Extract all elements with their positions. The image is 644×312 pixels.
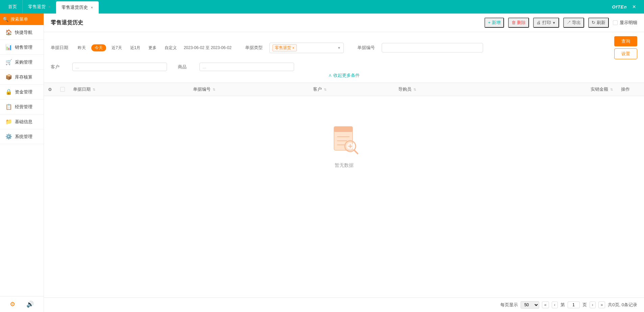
next-page-btn[interactable]: › [590,302,596,308]
show-detail-label: 显示明细 [620,20,637,26]
date-btn-more[interactable]: 更多 [146,44,159,51]
table-header-row: ⚙ 单据日期 ⇅ 单据编号 ⇅ [44,83,644,96]
show-detail-checkbox[interactable] [613,20,618,25]
settings-btn[interactable]: ⚙ [10,300,15,308]
date-label: 单据日期 [51,45,70,51]
sidebar-item-operations[interactable]: 📋 经营管理 [0,99,44,114]
settings-icon[interactable]: ⚙ [48,87,52,92]
content-area: 零售退货历史 + 新增 🗑 删除 🖨 打印 ▼ ↗ 导出 ↻ 刷新 [44,14,644,312]
sidebar-item-finance-label: 资金管理 [15,89,32,95]
table-area: ⚙ 单据日期 ⇅ 单据编号 ⇅ [44,83,644,297]
last-page-btn[interactable]: » [598,302,605,308]
customer-sort-icon: ⇅ [324,88,327,91]
basic-info-icon: 📁 [5,118,12,125]
filter-right-buttons: 查询 设置 [614,36,637,59]
filter-area: 单据日期 昨天 今天 近7天 近1月 更多 自定义 2023-06-02 至 2… [44,32,644,83]
th-amount[interactable]: 实销金额 ⇅ [497,83,617,96]
tab-retail-return-history-label: 零售退货历史 [62,4,88,10]
sidebar-bottom: ⚙ 🔊 [0,296,44,312]
type-chevron-icon: ▼ [337,46,341,50]
sidebar-item-operations-label: 经营管理 [15,104,32,110]
quick-nav-icon: 🏠 [5,29,12,36]
empty-text: 暂无数据 [335,162,354,169]
th-settings[interactable]: ⚙ [44,83,56,96]
collapse-label: ∧ 收起更多条件 [328,72,360,79]
export-button[interactable]: ↗ 导出 [563,18,585,28]
search-icon: 🔍 [3,17,8,22]
sales-mgmt-icon: 📊 [5,44,12,50]
sidebar-item-purchase-mgmt[interactable]: 🛒 采购管理 [0,55,44,70]
main-layout: 🔍 搜索菜单 🏠 快捷导航 📊 销售管理 🛒 采购管理 📦 库存核算 🔒 资金管… [0,14,644,312]
date-range-display: 2023-06-02 至 2023-06-02 [184,45,231,51]
top-bar: 首页 零售退货 × 零售退货历史 × OfTEn × [0,0,644,14]
select-all-checkbox[interactable] [60,87,65,92]
goods-filter: 商品 ... [178,63,300,71]
page-title: 零售退货历史 [51,19,83,26]
total-records: 共0页, 0条记录 [608,302,637,308]
tab-home[interactable]: 首页 [3,0,23,14]
page-label: 页 [582,302,587,308]
goods-placeholder: ... [202,64,206,69]
search-bar[interactable]: 🔍 搜索菜单 [0,14,44,25]
date-btn-custom[interactable]: 自定义 [162,44,180,51]
setting-button[interactable]: 设置 [614,48,637,59]
search-bar-label: 搜索菜单 [10,16,28,22]
th-checkbox[interactable] [56,83,69,96]
date-btn-1month[interactable]: 近1月 [127,44,143,51]
export-button-label: ↗ 导出 [567,20,581,26]
type-tag-value: 零售退货 [275,45,291,51]
sidebar-item-quick-nav-label: 快捷导航 [15,29,32,36]
prev-page-btn[interactable]: ‹ [552,302,558,308]
sidebar-item-quick-nav[interactable]: 🏠 快捷导航 [0,25,44,40]
th-number[interactable]: 单据编号 ⇅ [189,83,309,96]
number-label: 单据编号 [357,45,376,51]
print-button-label: 🖨 打印 [536,20,551,26]
number-input[interactable] [382,43,483,52]
data-table: ⚙ 单据日期 ⇅ 单据编号 ⇅ [44,83,644,96]
sidebar-item-system-mgmt[interactable]: ⚙️ 系统管理 [0,129,44,144]
tab-retail-return[interactable]: 零售退货 × [23,0,56,14]
tab-retail-return-history[interactable]: 零售退货历史 × [56,1,98,14]
refresh-button[interactable]: ↻ 刷新 [588,18,609,28]
th-date[interactable]: 单据日期 ⇅ [69,83,189,96]
add-button-label: + 新增 [488,20,500,26]
volume-btn[interactable]: 🔊 [26,300,34,308]
print-button[interactable]: 🖨 打印 ▼ [533,18,559,28]
sidebar-item-inventory[interactable]: 📦 库存核算 [0,70,44,85]
goods-input[interactable]: ... [199,63,294,71]
customer-label: 客户 [51,64,70,70]
date-btn-today[interactable]: 今天 [91,44,106,51]
tab-retail-return-close[interactable]: × [48,5,50,9]
date-btn-yesterday[interactable]: 昨天 [75,44,89,51]
goods-label: 商品 [178,64,197,70]
finance-icon: 🔒 [5,89,12,95]
tab-retail-return-history-close[interactable]: × [91,5,93,9]
top-bar-right: OfTEn × [612,3,644,10]
per-page-select[interactable]: 50 100 [521,301,539,309]
sidebar-item-system-mgmt-label: 系统管理 [15,134,32,140]
type-tag-close[interactable]: × [292,46,294,50]
current-page-input[interactable] [568,302,580,308]
th-customer[interactable]: 客户 ⇅ [309,83,394,96]
customer-input[interactable]: ... [72,63,167,71]
first-page-btn[interactable]: « [542,302,549,308]
sidebar-item-finance[interactable]: 🔒 资金管理 [0,85,44,99]
type-tag: 零售退货 × [272,44,297,51]
purchase-mgmt-icon: 🛒 [5,59,12,65]
type-select[interactable]: 零售退货 × ▼ [269,43,344,53]
date-btn-7days[interactable]: 近7天 [109,44,125,51]
svg-rect-1 [334,127,353,132]
number-sort-icon: ⇅ [213,88,215,91]
sidebar-item-sales-mgmt-label: 销售管理 [15,44,32,50]
sidebar-item-sales-mgmt[interactable]: 📊 销售管理 [0,40,44,55]
amount-sort-icon: ⇅ [610,88,613,91]
delete-button[interactable]: 🗑 删除 [508,18,529,28]
add-button[interactable]: + 新增 [484,18,504,28]
sidebar-item-basic-info[interactable]: 📁 基础信息 [0,114,44,129]
th-guide[interactable]: 导购员 ⇅ [394,83,497,96]
collapse-btn[interactable]: ∧ 收起更多条件 [51,72,637,79]
th-customer-label: 客户 [313,87,322,92]
query-button[interactable]: 查询 [614,36,637,46]
th-number-label: 单据编号 [193,87,211,92]
window-close-btn[interactable]: × [629,3,639,10]
